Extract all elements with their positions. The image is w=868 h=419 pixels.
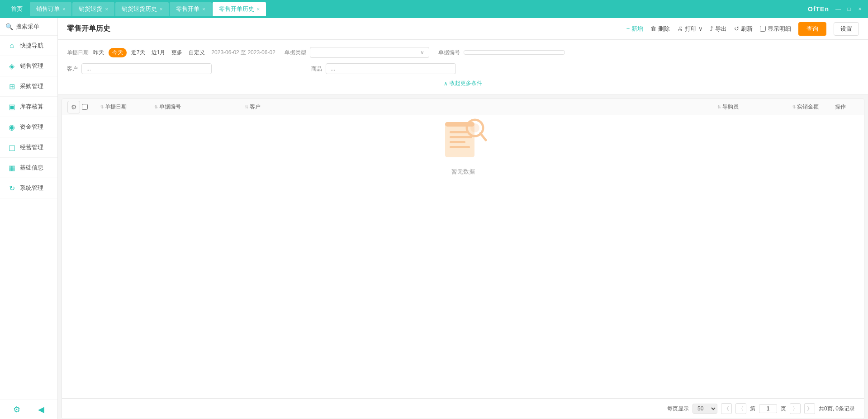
tab-sales-order[interactable]: 销售订单 × (30, 2, 71, 16)
sidebar-search[interactable]: 🔍 搜索采单 (0, 18, 57, 36)
pagination: 每页显示 50 10 20 100 《 〈 第 页 〉 》 共0页, 0条记录 (62, 398, 864, 419)
customer-input-placeholder: ... (86, 66, 91, 72)
sidebar-item-system-label: 系统管理 (20, 184, 43, 192)
sidebar-item-finance[interactable]: ◉ 资金管理 (0, 117, 57, 137)
settings-button[interactable]: 设置 (834, 22, 859, 36)
show-detail-checkbox[interactable] (760, 26, 766, 32)
number-input[interactable] (464, 50, 565, 55)
goods-filter-section: 商品 ... (311, 63, 456, 74)
customer-input[interactable]: ... (81, 63, 212, 74)
date-btn-today[interactable]: 今天 (109, 48, 127, 57)
guide-col-header[interactable]: ⇅ 导购员 (714, 103, 768, 111)
number-col-header[interactable]: ⇅ 单据编号 (151, 103, 241, 111)
tab-bar: 首页 销售订单 × 销货退货 × 销货退货历史 × 零售开单 × 零售开单历史 … (5, 2, 808, 16)
date-btn-yesterday[interactable]: 昨天 (91, 48, 106, 57)
page-size-select[interactable]: 50 10 20 100 (693, 404, 717, 414)
finance-icon: ◉ (7, 122, 16, 132)
sidebar-item-inventory-label: 库存核算 (20, 103, 43, 111)
page-unit-label: 页 (781, 405, 786, 413)
sidebar-item-operations-label: 经营管理 (20, 143, 43, 151)
customer-filter-label: 客户 (67, 65, 78, 73)
tab-retail-open[interactable]: 零售开单 × (170, 2, 211, 16)
sidebar-item-system[interactable]: ↻ 系统管理 (0, 178, 57, 198)
type-select-arrow: ∨ (420, 49, 424, 56)
collapse-sidebar-icon[interactable]: ◀ (38, 405, 44, 414)
collapse-arrow-icon: ∧ (444, 80, 448, 87)
tab-sales-return-history[interactable]: 销货退货历史 × (115, 2, 169, 16)
date-range-text: 2023-06-02 至 2023-06-02 (211, 49, 275, 56)
export-button[interactable]: ⤴ 导出 (710, 25, 727, 33)
delete-button[interactable]: 🗑 删除 (650, 25, 670, 33)
page-summary: 共0页, 0条记录 (819, 405, 855, 413)
system-icon: ↻ (7, 184, 16, 193)
date-col-label: 单据日期 (105, 103, 127, 111)
brand-label: OfTEn (808, 5, 829, 13)
tab-sales-order-close[interactable]: × (62, 6, 65, 12)
customer-col-label: 客户 (250, 103, 261, 111)
settings-col[interactable]: ⚙ (67, 101, 82, 113)
select-all-checkbox[interactable] (82, 104, 88, 110)
empty-illustration (436, 115, 490, 160)
window-min-button[interactable]: — (835, 5, 842, 13)
collapse-filter-button[interactable]: ∧ 收起更多条件 (67, 80, 859, 87)
svg-rect-5 (450, 146, 470, 148)
goods-input[interactable]: ... (326, 63, 456, 74)
goods-filter-label: 商品 (311, 65, 322, 73)
settings-gear-icon[interactable]: ⚙ (13, 405, 20, 414)
date-btn-custom[interactable]: 自定义 (187, 48, 207, 57)
print-label: 打印 (685, 25, 697, 33)
window-close-button[interactable]: × (856, 5, 863, 13)
content-area: 零售开单历史 + 新增 🗑 删除 🖨 打印 ∨ ⤴ 导出 ↺ (58, 18, 868, 419)
page-header: 零售开单历史 + 新增 🗑 删除 🖨 打印 ∨ ⤴ 导出 ↺ (58, 18, 868, 40)
print-arrow-icon[interactable]: ∨ (698, 25, 703, 32)
svg-line-8 (480, 133, 486, 140)
show-detail-checkbox-label[interactable]: 显示明细 (760, 25, 791, 33)
sidebar-item-sales-mgmt[interactable]: ◈ 销售管理 (0, 56, 57, 76)
page-next-button[interactable]: 〉 (790, 403, 801, 414)
page-prev-button[interactable]: 〈 (735, 403, 746, 414)
query-button[interactable]: 查询 (798, 22, 826, 36)
date-btn-last7[interactable]: 近7天 (129, 48, 147, 57)
tab-sales-return-history-close[interactable]: × (160, 6, 162, 12)
tab-home-label: 首页 (11, 5, 23, 13)
page-last-button[interactable]: 》 (804, 403, 815, 414)
customer-filter-section: 客户 ... (67, 63, 212, 74)
date-btn-more[interactable]: 更多 (170, 48, 184, 57)
page-label-di: 第 (750, 405, 755, 413)
window-max-button[interactable]: □ (845, 5, 853, 13)
add-button[interactable]: + 新增 (626, 25, 643, 33)
tab-sales-return[interactable]: 销货退货 × (72, 2, 114, 16)
tab-retail-open-close[interactable]: × (202, 6, 205, 12)
type-select[interactable]: ∨ (310, 47, 429, 58)
date-buttons: 昨天 今天 近7天 近1月 更多 (91, 48, 207, 57)
refresh-button[interactable]: ↺ 刷新 (734, 25, 753, 33)
page-first-button[interactable]: 《 (721, 403, 732, 414)
svg-rect-0 (445, 122, 474, 157)
date-btn-last1m[interactable]: 近1月 (150, 48, 167, 57)
sidebar-item-basic-info[interactable]: ▦ 基础信息 (0, 158, 57, 178)
type-filter-label: 单据类型 (285, 49, 306, 56)
sidebar-item-quick-nav[interactable]: ⌂ 快捷导航 (0, 36, 57, 56)
custom-label: 自定义 (189, 49, 205, 56)
checkbox-col[interactable] (82, 104, 96, 110)
print-button[interactable]: 🖨 打印 ∨ (677, 25, 703, 33)
window-controls: — □ × (835, 5, 863, 13)
customer-col-header[interactable]: ⇅ 客户 (241, 103, 714, 111)
tab-home[interactable]: 首页 (5, 2, 29, 16)
filter-row-1: 单据日期 昨天 今天 近7天 近1月 (67, 47, 859, 58)
table-settings-icon[interactable]: ⚙ (67, 101, 80, 113)
sidebar-item-operations[interactable]: ◫ 经营管理 (0, 137, 57, 158)
sidebar-item-finance-label: 资金管理 (20, 123, 43, 131)
tab-retail-open-history[interactable]: 零售开单历史 × (213, 2, 266, 16)
tab-sales-return-close[interactable]: × (105, 6, 108, 12)
empty-svg (436, 115, 490, 160)
date-col-header[interactable]: ⇅ 单据日期 (96, 103, 151, 111)
sidebar-item-purchase-mgmt[interactable]: ⊞ 采购管理 (0, 76, 57, 97)
sidebar-item-inventory[interactable]: ▣ 库存核算 (0, 97, 57, 117)
amount-col-header[interactable]: ⇅ 实销金额 (768, 103, 822, 111)
page-number-input[interactable] (759, 404, 777, 413)
tab-sales-return-label: 销货退货 (79, 5, 102, 13)
ops-col-header: 操作 (822, 103, 859, 111)
sidebar-bottom: ⚙ ◀ (0, 400, 57, 419)
tab-retail-open-history-close[interactable]: × (257, 6, 260, 12)
